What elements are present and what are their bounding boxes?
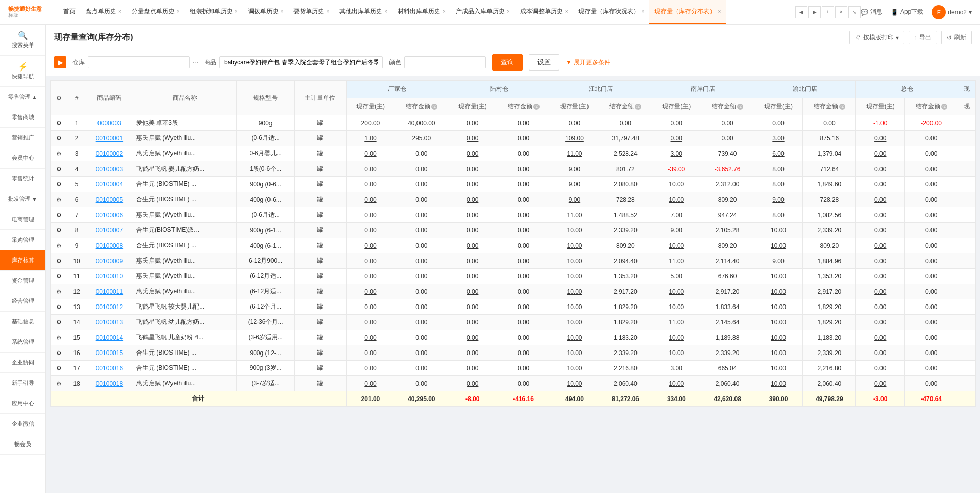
tab-split-count[interactable]: 分量盘点单历史 × — [127, 0, 185, 24]
row-t-qty[interactable]: 0.00 — [856, 376, 905, 391]
row-y-qty[interactable]: 9.00 — [754, 192, 803, 207]
row-f-qty[interactable]: 1.00 — [346, 131, 395, 146]
row-n-qty[interactable]: 3.00 — [652, 146, 701, 161]
sidebar-item-stock[interactable]: 库存核算 — [0, 250, 45, 271]
sidebar-item-basic-info[interactable]: 基础信息 — [0, 312, 45, 332]
close-tab-stock-dist[interactable]: × — [718, 9, 721, 14]
table-container[interactable]: ⚙ # 商品编码 商品名称 规格型号 主计量单位 厂家仓 陆村仓 江北门店 南岸… — [46, 76, 980, 493]
col-settings[interactable]: ⚙ — [51, 81, 67, 115]
row-n-qty[interactable]: 5.00 — [652, 269, 701, 284]
sidebar-item-app-center[interactable]: 应用中心 — [0, 393, 45, 414]
row-code[interactable]: 00100001 — [86, 131, 133, 146]
row-y-qty[interactable]: 10.00 — [754, 284, 803, 299]
row-t-qty[interactable]: 0.00 — [856, 253, 905, 269]
row-j-qty[interactable]: 9.00 — [550, 192, 599, 207]
row-l-qty[interactable]: 0.00 — [448, 376, 497, 391]
row-code[interactable]: 00100003 — [86, 161, 133, 177]
row-l-qty[interactable]: 0.00 — [448, 238, 497, 253]
row-settings[interactable]: ⚙ — [51, 223, 67, 238]
row-j-qty[interactable]: 10.00 — [550, 330, 599, 345]
sidebar-item-member[interactable]: 会员中心 — [0, 148, 45, 169]
sidebar-item-retail-mgmt[interactable]: 零售管理 ▲ — [0, 87, 45, 107]
row-t-qty[interactable]: 0.00 — [856, 315, 905, 330]
sidebar-item-quicknav[interactable]: ⚡ 快捷导航 — [0, 56, 45, 87]
row-f-qty[interactable]: 200.00 — [346, 115, 395, 131]
row-f-qty[interactable]: 0.00 — [346, 161, 395, 177]
sidebar-item-system[interactable]: 系统管理 — [0, 332, 45, 353]
row-t-qty[interactable]: 0.00 — [856, 330, 905, 345]
row-settings[interactable]: ⚙ — [51, 269, 67, 284]
row-j-qty[interactable]: 109.00 — [550, 131, 599, 146]
row-n-qty[interactable]: 10.00 — [652, 299, 701, 315]
row-f-qty[interactable]: 0.00 — [346, 146, 395, 161]
row-settings[interactable]: ⚙ — [51, 177, 67, 192]
row-t-qty[interactable]: 0.00 — [856, 345, 905, 361]
row-l-qty[interactable]: 0.00 — [448, 115, 497, 131]
row-f-qty[interactable]: 0.00 — [346, 269, 395, 284]
row-j-qty[interactable]: 11.00 — [550, 146, 599, 161]
row-j-qty[interactable]: 10.00 — [550, 223, 599, 238]
row-n-qty[interactable]: 9.00 — [652, 223, 701, 238]
tab-cost-adj[interactable]: 成本调整单历史 × — [515, 0, 573, 24]
row-n-qty[interactable]: 0.00 — [652, 115, 701, 131]
sidebar-item-member2[interactable]: 畅会员 — [0, 434, 45, 455]
row-settings[interactable]: ⚙ — [51, 238, 67, 253]
goods-input[interactable] — [219, 56, 383, 68]
sidebar-item-retail-stats[interactable]: 零售统计 — [0, 169, 45, 189]
row-f-qty[interactable]: 0.00 — [346, 253, 395, 269]
row-t-qty[interactable]: 0.00 — [856, 299, 905, 315]
row-l-qty[interactable]: 0.00 — [448, 315, 497, 330]
row-f-qty[interactable]: 0.00 — [346, 207, 395, 223]
row-l-qty[interactable]: 0.00 — [448, 269, 497, 284]
close-tab-requisition[interactable]: × — [326, 9, 329, 14]
row-f-qty[interactable]: 0.00 — [346, 376, 395, 391]
row-j-qty[interactable]: 10.00 — [550, 345, 599, 361]
row-code[interactable]: 00100004 — [86, 177, 133, 192]
sidebar-item-purchase[interactable]: 采购管理 — [0, 230, 45, 250]
sidebar-item-marketing[interactable]: 营销推广 — [0, 128, 45, 148]
row-j-qty[interactable]: 9.00 — [550, 177, 599, 192]
tab-close-all[interactable]: × — [835, 6, 847, 18]
close-tab-assembly[interactable]: × — [235, 9, 238, 14]
row-y-qty[interactable]: 10.00 — [754, 330, 803, 345]
row-settings[interactable]: ⚙ — [51, 192, 67, 207]
row-n-qty[interactable]: 10.00 — [652, 177, 701, 192]
sidebar-item-ecommerce[interactable]: 电商管理 — [0, 209, 45, 230]
row-l-qty[interactable]: 0.00 — [448, 192, 497, 207]
tab-product-in[interactable]: 产成品入库单历史 × — [451, 0, 515, 24]
sidebar-item-wechat[interactable]: 企业微信 — [0, 414, 45, 434]
row-code[interactable]: 00100007 — [86, 223, 133, 238]
refresh-btn[interactable]: ↺ 刷新 — [941, 31, 972, 44]
row-t-qty[interactable]: 0.00 — [856, 284, 905, 299]
info-icon-6[interactable]: ① — [941, 104, 947, 110]
tab-inventory-count[interactable]: 盘点单历史 × — [81, 0, 127, 24]
row-l-qty[interactable]: 0.00 — [448, 253, 497, 269]
row-n-qty[interactable]: 10.00 — [652, 330, 701, 345]
row-code[interactable]: 00100010 — [86, 269, 133, 284]
row-code[interactable]: 00100016 — [86, 361, 133, 376]
row-settings[interactable]: ⚙ — [51, 146, 67, 161]
row-settings[interactable]: ⚙ — [51, 299, 67, 315]
row-t-qty[interactable]: 0.00 — [856, 177, 905, 192]
row-j-qty[interactable]: 0.00 — [550, 115, 599, 131]
row-n-qty[interactable]: 10.00 — [652, 238, 701, 253]
tab-assembly[interactable]: 组装拆卸单历史 × — [185, 0, 243, 24]
row-l-qty[interactable]: 0.00 — [448, 284, 497, 299]
row-settings[interactable]: ⚙ — [51, 131, 67, 146]
row-n-qty[interactable]: 10.00 — [652, 376, 701, 391]
close-tab-split-count[interactable]: × — [177, 9, 180, 14]
print-btn[interactable]: 🖨 按模版打印 ▾ — [849, 31, 904, 44]
row-y-qty[interactable]: 10.00 — [754, 315, 803, 330]
row-l-qty[interactable]: 0.00 — [448, 177, 497, 192]
close-tab-product-in[interactable]: × — [507, 9, 510, 14]
row-n-qty[interactable]: 0.00 — [652, 131, 701, 146]
row-t-qty[interactable]: 0.00 — [856, 161, 905, 177]
sidebar-item-guide[interactable]: 新手引导 — [0, 373, 45, 393]
query-btn[interactable]: 查询 — [492, 54, 523, 71]
row-f-qty[interactable]: 0.00 — [346, 330, 395, 345]
user-menu[interactable]: E demo2 ▾ — [932, 5, 972, 19]
row-j-qty[interactable]: 10.00 — [550, 361, 599, 376]
close-tab-inventory-count[interactable]: × — [118, 9, 121, 14]
row-code[interactable]: 00100013 — [86, 315, 133, 330]
row-y-qty[interactable]: 9.00 — [754, 253, 803, 269]
